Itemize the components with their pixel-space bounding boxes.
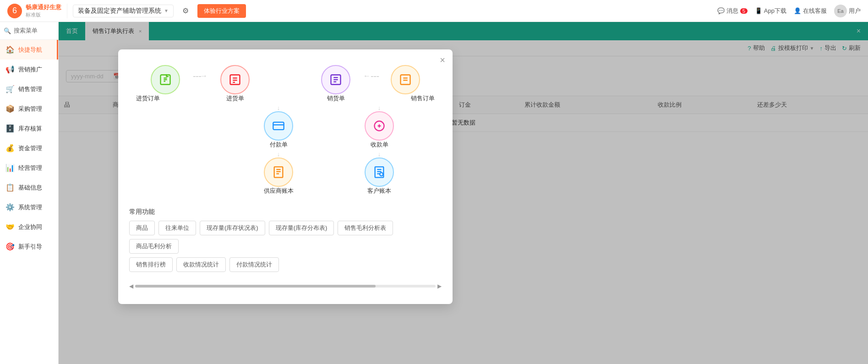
common-functions-title: 常用功能: [129, 208, 442, 216]
top-right-actions: 💬 消息 5 📱 App下载 👤 在线客服 Ea 用户: [717, 5, 861, 17]
logo-text: 畅康通好生意 标准版: [26, 4, 61, 18]
scroll-right-btn[interactable]: ▶: [437, 283, 442, 289]
spacer-lbl2-1: [169, 141, 214, 149]
sidebar-item-sales[interactable]: 🛒 销售管理: [0, 79, 58, 99]
system-icon: ⚙️: [5, 203, 15, 212]
base-info-icon: 📋: [5, 183, 15, 192]
scroll-thumb: [135, 285, 376, 288]
label-customer-ledger: 客户账本: [356, 187, 402, 195]
sales-order-icon: [391, 65, 420, 94]
flow-item-purchase-order: [142, 65, 188, 94]
online-service-button[interactable]: 👤 在线客服: [794, 7, 827, 15]
func-btn-goods-profit[interactable]: 商品毛利分析: [129, 239, 179, 254]
sidebar-item-inventory[interactable]: 🗄️ 库存核算: [0, 119, 58, 138]
purchase-bill-icon: [220, 65, 250, 94]
customer-ledger-icon: [365, 158, 394, 187]
scroll-left-btn[interactable]: ◀: [129, 283, 133, 289]
user-menu[interactable]: Ea 用户: [834, 5, 861, 17]
search-menu-button[interactable]: 🔍 搜索菜单: [0, 22, 58, 40]
newbie-icon: 🎯: [5, 242, 15, 251]
flow-item-sales-bill: [313, 65, 359, 94]
sidebar-item-quick-nav[interactable]: 🏠 快捷导航: [0, 40, 58, 60]
spacer-da2-1: [169, 151, 214, 158]
down-arrow-pb: ↓: [256, 104, 301, 111]
spacer-down1: [169, 104, 214, 111]
purchase-order-icon: [151, 65, 180, 94]
search-icon: 🔍: [4, 27, 11, 34]
flow-item-sales-order: [382, 65, 428, 94]
func-btn-payment-stats[interactable]: 付款情况统计: [229, 257, 279, 272]
app-download-button[interactable]: 📱 App下载: [755, 7, 786, 15]
operations-icon: 📊: [5, 163, 15, 172]
arrow-so-to-sb: ← - - -: [363, 71, 378, 81]
func-btn-sales-profit[interactable]: 销售毛利分析表: [338, 221, 393, 235]
receipt-icon: [365, 111, 394, 141]
sales-bill-icon: [321, 65, 350, 94]
func-btn-goods[interactable]: 商品: [129, 221, 155, 235]
spacer-da2-3: [306, 151, 352, 158]
marketing-icon: 📢: [5, 65, 15, 74]
scroll-track[interactable]: [135, 285, 436, 288]
service-icon: 👤: [794, 7, 801, 14]
flow-item-purchase-bill: [212, 65, 258, 94]
flow-item-payment: [256, 111, 301, 141]
sidebar-item-newbie[interactable]: 🎯 新手引导: [0, 237, 58, 256]
content-area: 首页 销售订单执行表 × × ? 帮助 🖨 按模板打印 ▼: [59, 22, 868, 364]
sidebar-item-enterprise[interactable]: 🤝 企业协同: [0, 217, 58, 237]
svg-rect-14: [273, 122, 284, 130]
modal-close-button[interactable]: ×: [440, 55, 445, 65]
scroll-bar: ◀ ▶: [129, 279, 442, 293]
settings-icon[interactable]: ⚙: [179, 5, 192, 17]
label-sales-bill: 销货单: [313, 94, 359, 103]
arrow-po-to-pb: - - - →: [193, 71, 207, 81]
supplier-ledger-icon: [264, 158, 293, 187]
message-icon: 💬: [717, 7, 725, 14]
common-functions-section: 常用功能 商品 往来单位 现存量(库存状况表) 现存量(库存分布表) 销售毛利分…: [129, 204, 442, 279]
label-receipt: 收款单: [356, 141, 402, 149]
spacer-down2: [219, 104, 251, 111]
spacer-lbl2-3: [306, 141, 352, 149]
sales-icon: 🛒: [5, 85, 15, 93]
system-title[interactable]: 装备及固定资产辅助管理系统 ▼: [73, 5, 174, 17]
sidebar: 🔍 搜索菜单 🏠 快捷导航 📢 营销推广 🛒 销售管理 📦 采购管理 🗄️: [0, 22, 59, 364]
app-container: 6 畅康通好生意 标准版 装备及固定资产辅助管理系统 ▼ ⚙ 体验行业方案 💬 …: [0, 0, 868, 364]
spacer-da2-2: [219, 151, 251, 158]
logo-icon: 6: [7, 4, 22, 18]
down-arrow-receipt: ↓: [356, 151, 402, 158]
spacer-lbl3-1: [169, 187, 214, 195]
func-btn-receipt-stats[interactable]: 收款情况统计: [176, 257, 226, 272]
sidebar-item-marketing[interactable]: 📢 营销推广: [0, 60, 58, 79]
download-icon: 📱: [755, 7, 762, 14]
label-purchase-bill: 进货单: [212, 94, 258, 103]
payment-icon: [264, 111, 293, 141]
label-sales-order: 销售订单: [400, 94, 446, 103]
spacer-lbl3-3: [306, 187, 352, 195]
label-payment: 付款单: [256, 141, 301, 149]
flow-modal: ×: [118, 49, 453, 304]
svg-point-27: [380, 173, 383, 176]
spacer-lbl2-2: [219, 141, 251, 149]
message-button[interactable]: 💬 消息 5: [717, 7, 748, 15]
flow-item-customer-ledger: [356, 158, 402, 187]
sidebar-item-system[interactable]: ⚙️ 系统管理: [0, 197, 58, 217]
label-supplier-ledger: 供应商账本: [256, 187, 301, 195]
main-area: 🔍 搜索菜单 🏠 快捷导航 📢 营销推广 🛒 销售管理 📦 采购管理 🗄️: [0, 22, 868, 364]
sidebar-item-finance[interactable]: 💰 资金管理: [0, 138, 58, 158]
func-btn-parties[interactable]: 往来单位: [158, 221, 196, 235]
flow-item-supplier-ledger: [256, 158, 301, 187]
func-btn-stock-dist[interactable]: 现存量(库存分布表): [269, 221, 334, 235]
purchase-icon: 📦: [5, 104, 15, 113]
avatar: Ea: [834, 5, 847, 17]
down-arrow-payment: ↓: [256, 151, 301, 158]
spacer-lbl3-2: [219, 187, 251, 195]
func-btn-stock-status[interactable]: 现存量(库存状况表): [200, 221, 265, 235]
inventory-icon: 🗄️: [5, 124, 15, 133]
experience-button[interactable]: 体验行业方案: [197, 4, 246, 18]
sidebar-item-base-info[interactable]: 📋 基础信息: [0, 178, 58, 197]
message-badge: 5: [740, 8, 748, 14]
chevron-down-icon: ▼: [164, 8, 169, 13]
func-btn-sales-rank[interactable]: 销售排行榜: [129, 257, 173, 272]
func-buttons-row1: 商品 往来单位 现存量(库存状况表) 现存量(库存分布表) 销售毛利分析表 商品…: [129, 221, 442, 254]
sidebar-item-purchase[interactable]: 📦 采购管理: [0, 99, 58, 119]
sidebar-item-operations[interactable]: 📊 经营管理: [0, 158, 58, 178]
